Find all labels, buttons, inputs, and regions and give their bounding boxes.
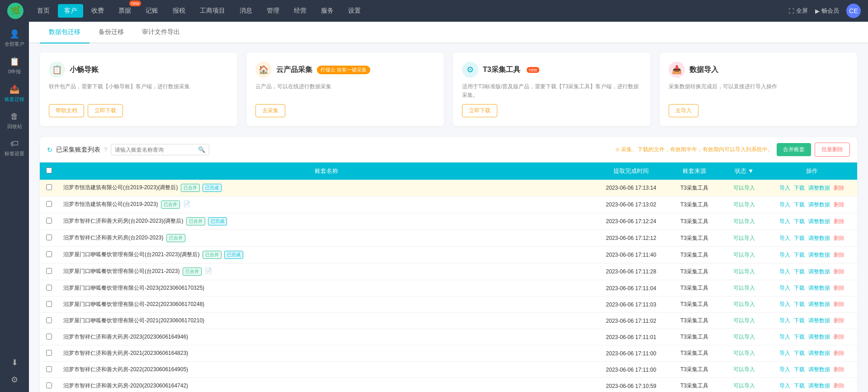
action-调整数据[interactable]: 调整数据 [808,382,830,389]
action-删除[interactable]: 删除 [834,185,844,191]
action-调整数据[interactable]: 调整数据 [808,185,830,191]
action-下载[interactable]: 下载 [794,301,805,307]
action-导入[interactable]: 导入 [779,366,790,373]
action-导入[interactable]: 导入 [779,235,790,241]
action-删除[interactable]: 删除 [834,317,844,324]
nav-item-home[interactable]: 首页 [31,4,56,18]
select-all-checkbox[interactable] [46,167,52,173]
action-删除[interactable]: 删除 [834,268,844,275]
row-checkbox[interactable] [46,366,52,372]
action-调整数据[interactable]: 调整数据 [808,366,830,373]
action-导入[interactable]: 导入 [779,334,790,340]
xiaochangdaozhang-help-btn[interactable]: 帮助文档 [49,104,84,117]
sidebar-item-config[interactable]: ⚙ [9,371,20,388]
action-导入[interactable]: 导入 [779,252,790,258]
action-导入[interactable]: 导入 [779,201,790,208]
row-checkbox[interactable] [46,334,52,339]
nav-item-management[interactable]: 管理 [260,4,286,18]
action-下载[interactable]: 下载 [794,218,805,225]
nav-item-messages[interactable]: 消息 [233,4,259,18]
action-导入[interactable]: 导入 [779,185,790,191]
action-导入[interactable]: 导入 [779,350,790,356]
action-删除[interactable]: 删除 [834,301,844,307]
action-下载[interactable]: 下载 [794,185,805,191]
action-调整数据[interactable]: 调整数据 [808,268,830,275]
sidebar-item-all-clients[interactable]: 👤 全部客户 [0,25,29,51]
refresh-icon[interactable]: ↻ [47,146,52,153]
sidebar-item-tag-settings[interactable]: 🏷 标签设置 [0,135,29,161]
action-下载[interactable]: 下载 [794,366,805,373]
action-调整数据[interactable]: 调整数据 [808,235,830,241]
row-checkbox[interactable] [46,285,52,291]
action-调整数据[interactable]: 调整数据 [808,218,830,225]
action-下载[interactable]: 下载 [794,317,805,324]
dataimport-goto-btn[interactable]: 去导入 [669,104,698,117]
action-下载[interactable]: 下载 [794,201,805,208]
action-调整数据[interactable]: 调整数据 [808,285,830,291]
yunproduct-collect-btn[interactable]: 去采集 [255,104,285,117]
nav-item-tax[interactable]: 报税 [166,4,192,18]
nav-item-operations[interactable]: 经营 [288,4,313,18]
action-删除[interactable]: 删除 [834,252,844,258]
merge-accounts-btn[interactable]: 合并账套 [777,143,811,156]
action-下载[interactable]: 下载 [794,350,805,356]
row-checkbox[interactable] [46,251,52,257]
action-调整数据[interactable]: 调整数据 [808,301,830,307]
action-删除[interactable]: 删除 [834,350,844,356]
row-checkbox[interactable] [46,350,52,356]
fullscreen-btn[interactable]: ⛶ 全屏 [788,7,808,15]
sidebar-item-trash[interactable]: 🗑 回收站 [0,108,29,134]
action-下载[interactable]: 下载 [794,334,805,340]
action-导入[interactable]: 导入 [779,218,790,225]
xiaochangdaozhang-download-btn[interactable]: 立即下载 [88,104,123,117]
action-删除[interactable]: 删除 [834,334,844,340]
t3tool-download-btn[interactable]: 立即下载 [462,104,497,117]
help-icon[interactable]: ? [104,146,107,153]
action-删除[interactable]: 删除 [834,366,844,373]
action-调整数据[interactable]: 调整数据 [808,350,830,356]
col-status-header[interactable]: 状态 ▼ [722,163,767,180]
action-调整数据[interactable]: 调整数据 [808,334,830,340]
vip-btn[interactable]: ▶ 畅会员 [815,7,839,15]
action-下载[interactable]: 下载 [794,252,805,258]
action-导入[interactable]: 导入 [779,268,790,275]
row-checkbox[interactable] [46,184,52,190]
action-删除[interactable]: 删除 [834,201,844,208]
row-checkbox[interactable] [46,268,52,274]
action-调整数据[interactable]: 调整数据 [808,317,830,324]
row-checkbox[interactable] [46,317,52,323]
tab-data-migration[interactable]: 数据包迁移 [40,22,90,43]
nav-item-bookkeeping[interactable]: 记账 [139,4,165,18]
batch-delete-btn[interactable]: 批量删除 [815,143,850,157]
sidebar-item-download[interactable]: ⬇ [9,354,20,371]
row-checkbox[interactable] [46,218,52,224]
action-导入[interactable]: 导入 [779,301,790,307]
nav-item-fees[interactable]: 收费 [85,4,110,18]
nav-item-settings[interactable]: 设置 [342,4,367,18]
action-下载[interactable]: 下载 [794,268,805,275]
action-删除[interactable]: 删除 [834,235,844,241]
action-下载[interactable]: 下载 [794,285,805,291]
search-icon[interactable]: 🔍 [198,146,205,153]
action-导入[interactable]: 导入 [779,317,790,324]
action-删除[interactable]: 删除 [834,382,844,389]
nav-item-clients[interactable]: 客户 [58,4,83,18]
row-checkbox[interactable] [46,301,52,307]
sidebar-item-zero-report[interactable]: 📋 0申报 [0,53,29,79]
action-导入[interactable]: 导入 [779,382,790,389]
action-调整数据[interactable]: 调整数据 [808,252,830,258]
action-调整数据[interactable]: 调整数据 [808,201,830,208]
action-删除[interactable]: 删除 [834,285,844,291]
row-checkbox[interactable] [46,234,52,240]
nav-item-service[interactable]: 服务 [315,4,340,18]
action-删除[interactable]: 删除 [834,218,844,225]
nav-item-business[interactable]: 工商项目 [193,4,231,18]
row-checkbox[interactable] [46,201,52,207]
action-导入[interactable]: 导入 [779,285,790,291]
action-下载[interactable]: 下载 [794,235,805,241]
tab-audit-export[interactable]: 审计文件导出 [133,22,189,43]
row-checkbox[interactable] [46,382,52,388]
search-input[interactable] [115,147,196,153]
action-下载[interactable]: 下载 [794,382,805,389]
avatar[interactable]: CE [846,4,861,18]
